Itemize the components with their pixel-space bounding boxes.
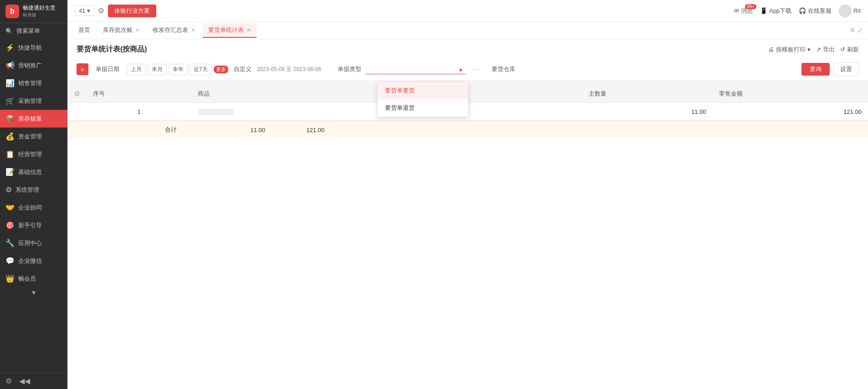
sidebar-item-vip[interactable]: 👑 畅会员 bbox=[0, 270, 67, 287]
data-table-wrap: ⚙ 序号 商品 主计量单位 主数量 零售金额 1 bbox=[67, 85, 868, 389]
sidebar-item-basic-info[interactable]: 📝 基础信息 bbox=[0, 163, 67, 181]
date-btn-this-month[interactable]: 本月 bbox=[148, 64, 167, 75]
refresh-button[interactable]: ↺ 刷新 bbox=[840, 46, 859, 54]
sidebar-item-label: 基础信息 bbox=[18, 168, 42, 176]
sidebar-item-sales[interactable]: 📊 销售管理 bbox=[0, 74, 67, 92]
tab-close-receive-summary[interactable]: ✕ bbox=[191, 27, 195, 33]
sidebar-item-marketing[interactable]: 📢 营销推广 bbox=[0, 56, 67, 74]
filter-actions: 查询 设置 bbox=[801, 62, 859, 76]
footer-amount: 121.00 bbox=[288, 127, 324, 133]
tab-close-order-stats[interactable]: ✕ bbox=[247, 27, 251, 33]
operations-icon: 📋 bbox=[5, 150, 15, 159]
dropdown-item-order-return[interactable]: 要货单退货 bbox=[378, 99, 468, 117]
type-filter-group: 单据类型 ▲ ⋯ bbox=[338, 64, 480, 74]
filter-toggle-btn[interactable]: » bbox=[77, 63, 88, 75]
tab-home-label: 首页 bbox=[78, 26, 90, 34]
sidebar-item-label: 企业协同 bbox=[18, 204, 42, 212]
enterprise-icon: 🤝 bbox=[5, 203, 15, 212]
filter-more-icon[interactable]: ⋯ bbox=[473, 65, 480, 74]
page-content: 要货单统计表(按商品) 🖨 按模板打印 ▾ ↗ 导出 ↺ 刷新 » bbox=[67, 39, 868, 389]
export-icon: ↗ bbox=[816, 46, 821, 53]
maximize-icon[interactable]: ⤢ bbox=[857, 27, 863, 34]
app-download-item[interactable]: 📱 App下载 bbox=[760, 7, 791, 15]
sidebar-item-enterprise[interactable]: 🤝 企业协同 bbox=[0, 199, 67, 216]
tab-inventory-batch[interactable]: 库存批次账 ✕ bbox=[98, 23, 145, 38]
page-header: 要货单统计表(按商品) 🖨 按模板打印 ▾ ↗ 导出 ↺ 刷新 bbox=[67, 39, 868, 58]
tabbar: 首页 库存批次账 ✕ 收发存汇总表 ✕ 要货单统计表 ✕ ✕ ⤢ bbox=[67, 22, 868, 39]
sidebar-item-app-center[interactable]: 🔧 应用中心 bbox=[0, 234, 67, 252]
type-dropdown-arrow[interactable]: ▲ bbox=[458, 66, 463, 72]
main-area: 41 ▾ ⚙ 体验行业方案 ✉ 消息 99+ 📱 App下载 🎧 在线客服 R bbox=[67, 0, 868, 389]
search-icon: 🔍 bbox=[5, 28, 13, 35]
sidebar-item-inventory[interactable]: 📦 库存核算 bbox=[0, 110, 67, 128]
trial-button[interactable]: 体验行业方案 bbox=[108, 5, 156, 17]
user-avatar-item[interactable]: Rit bbox=[839, 5, 861, 17]
row-quantity-cell: 11.00 bbox=[582, 103, 713, 121]
vip-icon: 👑 bbox=[5, 274, 15, 283]
product-placeholder bbox=[198, 109, 234, 115]
phone-icon: 📱 bbox=[760, 7, 767, 14]
date-custom-btn[interactable]: 自定义 bbox=[230, 64, 255, 75]
system-icon: ⚙ bbox=[5, 185, 12, 194]
sidebar-item-wechat[interactable]: 💬 企业微信 bbox=[0, 252, 67, 270]
col-index-header: 序号 bbox=[87, 85, 191, 103]
settings-button[interactable]: 设置 bbox=[833, 62, 859, 76]
tab-order-stats-label: 要货单统计表 bbox=[208, 26, 244, 34]
sidebar-item-guide[interactable]: 🎯 新手引导 bbox=[0, 216, 67, 234]
sidebar-item-system[interactable]: ⚙ 系统管理 bbox=[0, 181, 67, 199]
sidebar-item-label: 营销推广 bbox=[18, 61, 42, 70]
printer-icon: 🖨 bbox=[768, 46, 774, 53]
inventory-icon: 📦 bbox=[5, 114, 15, 123]
export-button[interactable]: ↗ 导出 bbox=[816, 46, 835, 54]
tab-inventory-batch-label: 库存批次账 bbox=[103, 26, 133, 34]
sidebar-item-quick-nav[interactable]: ⚡ 快捷导航 bbox=[0, 39, 67, 56]
type-select-input[interactable] bbox=[365, 64, 465, 74]
collapse-icon[interactable]: ◀◀ bbox=[19, 377, 30, 385]
gear-icon[interactable]: ⚙ bbox=[98, 6, 104, 15]
sales-icon: 📊 bbox=[5, 79, 15, 87]
store-selector[interactable]: 41 ▾ bbox=[75, 5, 94, 16]
print-button[interactable]: 🖨 按模板打印 ▾ bbox=[768, 46, 811, 54]
date-btn-last-month[interactable]: 上月 bbox=[127, 64, 146, 75]
purchase-icon: 🛒 bbox=[5, 97, 15, 105]
app-name: 畅捷通好生意 bbox=[23, 5, 56, 12]
online-service-item[interactable]: 🎧 在线客服 bbox=[799, 7, 832, 15]
sidebar-item-finance[interactable]: 💰 资金管理 bbox=[0, 128, 67, 145]
sidebar-item-label: 系统管理 bbox=[15, 186, 39, 194]
tab-receive-summary[interactable]: 收发存汇总表 ✕ bbox=[147, 23, 201, 38]
dropdown-item-order-goods[interactable]: 要货单要货 bbox=[378, 82, 468, 99]
sidebar-item-label: 新手引导 bbox=[18, 221, 42, 230]
tab-order-stats[interactable]: 要货单统计表 ✕ bbox=[203, 23, 257, 38]
page-title: 要货单统计表(按商品) bbox=[77, 45, 147, 54]
search-label: 搜索菜单 bbox=[16, 27, 40, 35]
date-label: 单据日期 bbox=[96, 65, 119, 73]
query-button[interactable]: 查询 bbox=[801, 63, 830, 76]
type-dropdown: 要货单要货 要货单退货 bbox=[377, 82, 468, 117]
date-more-badge[interactable]: 更多 bbox=[214, 66, 228, 73]
sidebar-item-operations[interactable]: 📋 经营管理 bbox=[0, 145, 67, 163]
app-center-icon: 🔧 bbox=[5, 239, 15, 247]
app-logo: b 畅捷通好生意 标准版 bbox=[0, 0, 67, 23]
avatar bbox=[839, 5, 852, 17]
sidebar: b 畅捷通好生意 标准版 🔍 搜索菜单 ⚡ 快捷导航 📢 营销推广 📊 销售管理… bbox=[0, 0, 67, 389]
quick-nav-icon: ⚡ bbox=[5, 43, 15, 52]
wechat-icon: 💬 bbox=[5, 256, 15, 265]
tab-home[interactable]: 首页 bbox=[73, 23, 96, 38]
sidebar-item-purchase[interactable]: 🛒 采购管理 bbox=[0, 92, 67, 110]
sidebar-scroll-down[interactable]: ▼ bbox=[0, 287, 67, 298]
sidebar-item-label: 经营管理 bbox=[18, 150, 42, 159]
table-footer: 合计 11.00 121.00 bbox=[67, 121, 868, 138]
date-btn-last-7days[interactable]: 近7天 bbox=[190, 64, 212, 75]
store-number: 41 bbox=[79, 7, 85, 14]
sidebar-item-label: 库存核算 bbox=[18, 115, 42, 123]
message-item[interactable]: ✉ 消息 99+ bbox=[734, 7, 753, 15]
col-settings-icon[interactable]: ⚙ bbox=[74, 90, 80, 97]
footer-label: 合计 bbox=[165, 126, 211, 134]
type-label: 单据类型 bbox=[338, 65, 361, 73]
settings-icon[interactable]: ⚙ bbox=[5, 377, 12, 385]
close-all-icon[interactable]: ✕ bbox=[849, 26, 855, 35]
search-menu[interactable]: 🔍 搜索菜单 bbox=[0, 23, 67, 39]
date-btn-this-year[interactable]: 本年 bbox=[169, 64, 188, 75]
tab-close-inventory-batch[interactable]: ✕ bbox=[135, 27, 140, 33]
sidebar-item-label: 资金管理 bbox=[18, 133, 42, 141]
